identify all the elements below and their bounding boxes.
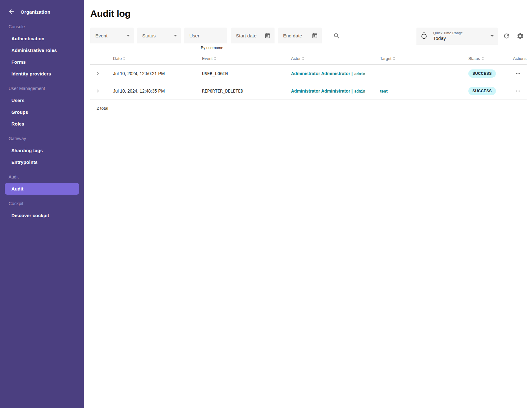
section-label-gateway: Gateway	[0, 133, 84, 145]
audit-date: Jul 10, 2024, 12:50:21 PM	[113, 71, 202, 76]
stopwatch-icon	[420, 32, 428, 40]
sidebar-item-audit[interactable]: Audit	[5, 183, 79, 195]
refresh-icon	[503, 32, 510, 40]
actor-link[interactable]: Administrator Administrator | admin	[291, 71, 380, 76]
refresh-button[interactable]	[501, 30, 512, 42]
column-header-status[interactable]: Status	[468, 56, 513, 61]
search-icon	[333, 32, 340, 40]
calendar-icon[interactable]	[264, 33, 271, 39]
table-body: Jul 10, 2024, 12:50:21 PM USER_LOGIN Adm…	[90, 65, 527, 100]
table-row: Jul 10, 2024, 12:48:35 PM REPORTER_DELET…	[90, 82, 527, 100]
end-date-field[interactable]: End date	[278, 28, 322, 44]
table-total: 2 total	[90, 100, 527, 111]
settings-button[interactable]	[514, 30, 527, 42]
sidebar-item-discover-cockpit[interactable]: Discover cockpit	[5, 210, 79, 221]
sidebar: Organization Console Authentication Admi…	[0, 0, 84, 408]
row-expand-button[interactable]	[94, 87, 102, 95]
sidebar-section-audit: Audit Audit	[0, 171, 84, 195]
table-header-row: Date Event Actor Target Status Actions	[90, 53, 527, 65]
more-horizontal-icon	[515, 71, 521, 76]
table-row: Jul 10, 2024, 12:50:21 PM USER_LOGIN Adm…	[90, 65, 527, 82]
back-button[interactable]	[7, 7, 16, 16]
sidebar-nav: Console Authentication Administrative ro…	[0, 21, 84, 221]
quick-time-range-label: Quick Time Range	[433, 31, 463, 35]
column-header-actor[interactable]: Actor	[291, 56, 380, 61]
section-label-user-management: User Management	[0, 83, 84, 94]
status-filter-label: Status	[142, 33, 156, 38]
actor-name: Administrator Administrator |	[291, 71, 353, 76]
sidebar-item-entrypoints[interactable]: Entrypoints	[5, 156, 79, 168]
audit-table: Date Event Actor Target Status Actions	[90, 53, 527, 111]
sidebar-item-authentication[interactable]: Authentication	[5, 33, 79, 44]
sidebar-item-users[interactable]: Users	[5, 94, 79, 106]
actor-link[interactable]: Administrator Administrator | admin	[291, 88, 380, 94]
sort-icon	[481, 56, 484, 61]
row-actions-button[interactable]	[513, 68, 523, 79]
user-filter-input[interactable]	[189, 33, 224, 38]
sidebar-item-groups[interactable]: Groups	[5, 106, 79, 118]
caret-down-icon	[491, 35, 494, 37]
caret-down-icon	[174, 35, 177, 36]
row-actions-button[interactable]	[513, 86, 523, 96]
sidebar-header: Organization	[0, 6, 84, 18]
audit-date: Jul 10, 2024, 12:48:35 PM	[113, 88, 202, 94]
main-content: Audit log Event Status By username Start…	[84, 0, 532, 408]
arrow-left-icon	[8, 8, 15, 15]
sidebar-section-user-management: User Management Users Groups Roles	[0, 83, 84, 130]
audit-event: USER_LOGIN	[202, 71, 291, 76]
status-filter-select[interactable]: Status	[137, 28, 181, 44]
sidebar-section-cockpit: Cockpit Discover cockpit	[0, 198, 84, 221]
event-filter-label: Event	[95, 33, 107, 38]
sort-icon	[302, 56, 305, 61]
sort-icon	[214, 56, 217, 61]
column-header-actions: Actions	[513, 56, 527, 61]
sidebar-section-console: Console Authentication Administrative ro…	[0, 21, 84, 80]
sidebar-item-roles[interactable]: Roles	[5, 118, 79, 130]
calendar-icon[interactable]	[312, 33, 318, 39]
chevron-right-icon	[96, 89, 100, 93]
status-badge: SUCCESS	[468, 87, 496, 95]
filter-bar: Event Status By username Start date End …	[90, 28, 527, 44]
user-filter-hint: By username	[201, 46, 223, 50]
start-date-label: Start date	[236, 33, 256, 38]
quick-time-range-select[interactable]: Quick Time Range Today	[416, 28, 498, 44]
more-horizontal-icon	[515, 88, 521, 94]
section-label-cockpit: Cockpit	[0, 198, 84, 210]
event-filter-select[interactable]: Event	[90, 28, 134, 44]
sort-icon	[123, 56, 126, 61]
audit-event: REPORTER_DELETED	[202, 88, 291, 94]
sort-icon	[393, 56, 396, 61]
end-date-label: End date	[283, 33, 302, 38]
column-header-target[interactable]: Target	[380, 56, 468, 61]
start-date-field[interactable]: Start date	[231, 28, 275, 44]
actor-name: Administrator Administrator |	[291, 88, 353, 94]
user-filter-field: By username	[184, 28, 227, 44]
page-title: Audit log	[90, 8, 527, 19]
chevron-right-icon	[96, 72, 100, 75]
target-link[interactable]: test	[380, 89, 388, 94]
column-header-event[interactable]: Event	[202, 56, 291, 61]
section-label-console: Console	[0, 21, 84, 33]
quick-time-range-texts: Quick Time Range Today	[433, 31, 463, 41]
status-badge: SUCCESS	[468, 69, 496, 78]
sidebar-item-administrative-roles[interactable]: Administrative roles	[5, 44, 79, 56]
quick-time-range-value: Today	[433, 36, 463, 41]
actor-username: admin	[354, 89, 365, 94]
actor-username: admin	[354, 72, 365, 76]
sidebar-item-identity-providers[interactable]: Identity providers	[5, 68, 79, 80]
row-expand-button[interactable]	[94, 69, 102, 78]
sidebar-item-forms[interactable]: Forms	[5, 56, 79, 68]
organization-title: Organization	[21, 9, 50, 15]
column-header-date[interactable]: Date	[113, 56, 202, 61]
sidebar-section-gateway: Gateway Sharding tags Entrypoints	[0, 133, 84, 168]
sidebar-item-sharding-tags[interactable]: Sharding tags	[5, 145, 79, 156]
gear-icon	[516, 32, 524, 40]
section-label-audit: Audit	[0, 171, 84, 183]
caret-down-icon	[127, 35, 130, 36]
search-button[interactable]	[332, 32, 341, 41]
